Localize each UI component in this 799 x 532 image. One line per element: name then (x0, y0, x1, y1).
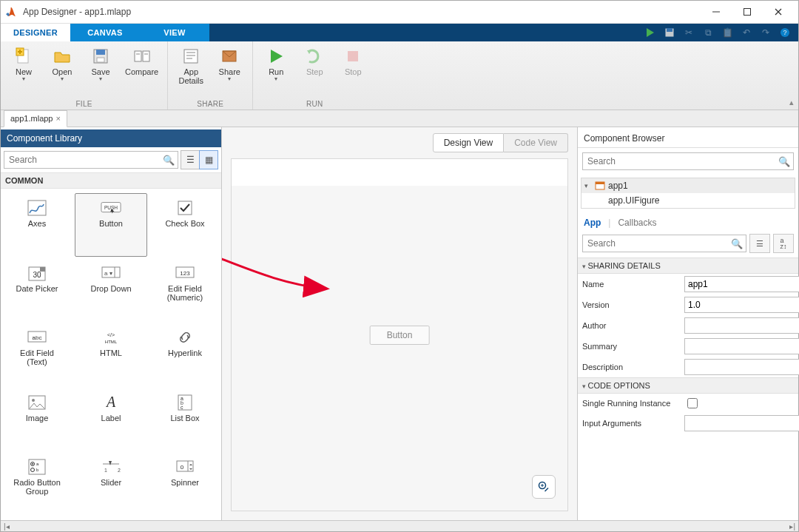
svg-line-67 (545, 488, 549, 492)
canvas-area: Design View Code View Button (222, 127, 577, 520)
tab-designer[interactable]: DESIGNER (1, 24, 70, 41)
component-checkbox[interactable]: Check Box (149, 193, 221, 257)
canvas-button-component[interactable]: Button (370, 326, 430, 345)
design-canvas[interactable]: Button (231, 158, 568, 511)
undo-qa-icon[interactable]: ↶ (739, 25, 754, 40)
slider-icon: 12 (101, 459, 121, 475)
close-button[interactable] (763, 1, 794, 22)
list-view-toggle[interactable]: ☰ (181, 150, 200, 169)
svg-text:abc: abc (33, 334, 42, 341)
component-radiobuttongroup[interactable]: abRadio Button Group (1, 452, 73, 516)
run-button[interactable]: Run (259, 44, 293, 82)
library-search-input[interactable]: 🔍 (4, 151, 178, 169)
collapse-toolstrip-icon[interactable]: ▴ (789, 98, 794, 107)
scroll-right-icon[interactable]: ▸| (789, 522, 795, 531)
component-tree: ▾ app1 app.UIFigure (581, 178, 795, 209)
tree-child-label: app.UIFigure (608, 195, 659, 206)
component-editfield-text[interactable]: abcEdit Field (Text) (1, 323, 73, 386)
component-label[interactable]: ALabel (75, 388, 147, 451)
cut-qa-icon[interactable]: ✂ (681, 25, 696, 40)
run-qa-icon[interactable] (643, 25, 658, 40)
component-slider[interactable]: 12Slider (75, 452, 147, 516)
sort-view-button[interactable]: az↕ (773, 234, 794, 253)
grid-view-toggle[interactable]: ▦ (199, 150, 218, 169)
component-editfield-numeric[interactable]: 123Edit Field (Numeric) (149, 258, 221, 322)
tree-root-app1[interactable]: ▾ app1 (581, 178, 795, 193)
inspector-tab-app[interactable]: App (582, 216, 602, 229)
new-button[interactable]: New (7, 44, 41, 82)
svg-rect-72 (596, 182, 604, 184)
save-button[interactable]: Save (84, 44, 118, 82)
minimize-button[interactable] (701, 1, 732, 22)
design-view-tab[interactable]: Design View (433, 133, 504, 152)
categorized-view-button[interactable]: ☰ (749, 234, 770, 253)
doc-tab-app1[interactable]: app1.mlapp × (4, 110, 67, 127)
browser-search-field[interactable] (586, 155, 775, 167)
sharing-details-section[interactable]: SHARING DETAILS (578, 257, 798, 274)
tree-child-uifigure[interactable]: app.UIFigure (581, 193, 795, 208)
prop-version-input[interactable] (684, 297, 799, 313)
app-details-icon (181, 47, 200, 66)
spinner-icon: 0 (175, 459, 195, 475)
common-section-header: COMMON (1, 172, 221, 189)
prop-author-label: Author (582, 321, 678, 330)
app-details-button[interactable]: App Details (174, 44, 208, 85)
save-qa-icon[interactable] (662, 25, 677, 40)
maximize-button[interactable] (732, 1, 763, 22)
scroll-left-icon[interactable]: |◂ (4, 522, 10, 531)
prop-author-input[interactable] (684, 317, 799, 334)
dropdown-icon: a ▾ (101, 265, 121, 281)
prop-search-field[interactable] (586, 238, 728, 249)
component-dropdown[interactable]: a ▾Drop Down (75, 258, 147, 322)
prop-sri-checkbox[interactable] (687, 398, 698, 408)
tab-canvas[interactable]: CANVAS (70, 24, 140, 41)
open-button[interactable]: Open (45, 44, 79, 82)
open-icon (53, 47, 72, 66)
svg-rect-35 (40, 267, 45, 272)
prop-description-input[interactable] (684, 359, 799, 375)
matlab-logo-icon (5, 6, 17, 18)
prop-search[interactable]: 🔍 (582, 235, 746, 252)
component-library-panel: Component Library 🔍 ☰ ▦ COMMON Axes PUSH… (1, 127, 222, 520)
browser-search[interactable]: 🔍 (582, 152, 794, 170)
share-group-label: SHARE (174, 100, 246, 110)
component-listbox[interactable]: abcList Box (149, 388, 221, 451)
help-qa-icon[interactable]: ? (778, 25, 792, 40)
svg-rect-28 (348, 51, 358, 61)
step-icon (305, 47, 324, 66)
app-node-icon (595, 181, 605, 191)
prop-summary-input[interactable] (684, 338, 799, 354)
prop-summary-label: Summary (582, 342, 678, 351)
component-hyperlink[interactable]: Hyperlink (149, 323, 221, 386)
doc-tab-close-icon[interactable]: × (56, 114, 61, 123)
svg-rect-1 (744, 9, 751, 16)
share-button[interactable]: Share (212, 44, 246, 85)
svg-text:2: 2 (118, 468, 121, 473)
component-axes[interactable]: Axes (1, 193, 73, 257)
stop-button: Stop (336, 44, 370, 82)
copy-qa-icon[interactable]: ⧉ (701, 25, 715, 40)
paste-qa-icon[interactable]: 📋 (720, 25, 735, 40)
compare-button[interactable]: Compare (122, 44, 161, 82)
svg-text:?: ? (783, 29, 786, 36)
prop-inputargs-input[interactable] (684, 415, 799, 431)
tree-expand-icon[interactable]: ▾ (584, 182, 592, 189)
svg-rect-32 (178, 201, 192, 215)
inspector-tab-callbacks[interactable]: Callbacks (616, 216, 658, 229)
svg-text:PUSH: PUSH (104, 205, 118, 210)
new-icon (14, 47, 33, 66)
component-spinner[interactable]: 0Spinner (149, 452, 221, 516)
prop-name-input[interactable] (684, 276, 799, 292)
component-datepicker[interactable]: 30Date Picker (1, 258, 73, 322)
tab-view[interactable]: VIEW (140, 24, 209, 41)
component-image[interactable]: Image (1, 388, 73, 451)
component-button[interactable]: PUSHButton (75, 193, 147, 257)
tree-root-label: app1 (608, 181, 628, 191)
component-html[interactable]: </>HTMLHTML (75, 323, 147, 386)
zoom-fit-button[interactable] (532, 475, 556, 499)
svg-text:</>: </> (107, 332, 115, 337)
library-search-field[interactable] (7, 154, 160, 166)
code-view-tab[interactable]: Code View (504, 133, 568, 152)
redo-qa-icon[interactable]: ↷ (758, 25, 773, 40)
code-options-section[interactable]: CODE OPTIONS (578, 377, 798, 394)
